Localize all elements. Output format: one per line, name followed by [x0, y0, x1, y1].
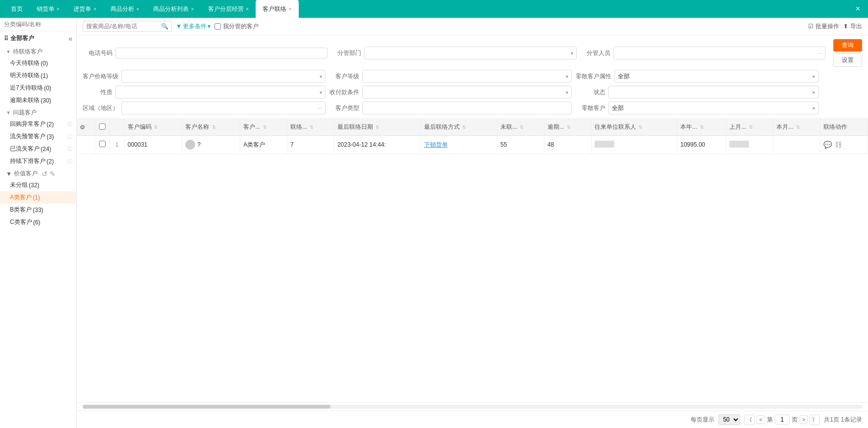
- sort-last-date-icon: ⇅: [376, 125, 380, 130]
- collapse-btn[interactable]: «: [68, 35, 72, 43]
- sort-this-month-icon: ⇅: [796, 125, 800, 130]
- col-unit-contact[interactable]: 往来单位联系人 ⇅: [591, 119, 677, 136]
- sidebar-item-overdue-pending[interactable]: 逾期未联络 (30): [0, 94, 76, 107]
- nav-purchase-order[interactable]: 进货单 ×: [66, 0, 103, 18]
- scroll-thumb[interactable]: [83, 405, 330, 409]
- dept-select[interactable]: ▾: [364, 47, 576, 59]
- row-checkbox[interactable]: [99, 141, 106, 147]
- col-name[interactable]: 客户名称 ⇅: [182, 119, 240, 136]
- col-type[interactable]: 客户... ⇅: [240, 119, 287, 136]
- my-customers-checkbox[interactable]: [215, 23, 221, 30]
- price-level-arrow-icon: ▾: [320, 74, 322, 79]
- cell-last-method: 下销货单: [421, 136, 497, 154]
- edit-icon[interactable]: ✎: [50, 170, 55, 178]
- filter-row-3: 性质 ▾ 收付款条件 ▾ 状态 ▾: [83, 86, 862, 99]
- close-customer-contact[interactable]: ×: [288, 6, 291, 12]
- col-overdue[interactable]: 逾期... ⇅: [544, 119, 591, 136]
- phone-input[interactable]: [115, 48, 327, 58]
- main-layout: 🔍 ⠿ 全部客户 « ▼ 待联络客户 今天待联络 (0) 明天待联络 (1) 近…: [0, 18, 868, 428]
- chat-icon[interactable]: 💬: [823, 141, 832, 149]
- nav-product-analysis[interactable]: 商品分析 ×: [104, 0, 146, 18]
- last-page-btn[interactable]: 》: [810, 415, 820, 425]
- sidebar-item-declining[interactable]: 持续下滑客户 (2) ⓘ: [0, 155, 76, 167]
- table-header-row: ⚙ 客户编码 ⇅ 客户名称 ⇅: [77, 119, 868, 136]
- sort-this-year-icon: ⇅: [700, 125, 704, 130]
- next-page-btn[interactable]: >: [800, 415, 808, 424]
- close-customer-tier[interactable]: ×: [246, 6, 249, 12]
- sidebar-problem-group: ▼ 问题客户: [0, 107, 76, 118]
- last-method-link[interactable]: 下销货单: [424, 141, 448, 148]
- sidebar-item-c-class[interactable]: C类客户 (6): [0, 216, 76, 228]
- pagination-nav: 《 < 第 页 > 》: [744, 415, 820, 425]
- refresh-icon[interactable]: ↺: [42, 170, 48, 178]
- total-label: 共1页 1条记录: [824, 416, 862, 424]
- sort-overdue-icon: ⇅: [567, 125, 571, 130]
- close-product-analysis[interactable]: ×: [136, 6, 139, 12]
- sidebar-item-7day-pending[interactable]: 近7天待联络 (0): [0, 82, 76, 94]
- more-conditions-btn[interactable]: ▼ 更多条件 ▾: [176, 22, 211, 31]
- retail-attr-label: 零散客户属性: [576, 72, 611, 81]
- table-settings-icon[interactable]: ⚙: [80, 124, 85, 131]
- sort-last-method-icon: ⇅: [462, 125, 466, 130]
- customer-type-select[interactable]: [362, 102, 572, 114]
- col-code[interactable]: 客户编码 ⇅: [124, 119, 182, 136]
- batch-ops-btn[interactable]: ☑ 批量操作: [808, 22, 839, 31]
- sort-type-icon: ⇅: [263, 125, 267, 130]
- sidebar-item-abnormal-repurchase[interactable]: 回购异常客户 (2) ⓘ: [0, 118, 76, 130]
- col-contact[interactable]: 联络... ⇅: [287, 119, 334, 136]
- select-all-checkbox[interactable]: [99, 123, 106, 130]
- nav-product-analysis-list[interactable]: 商品分析列表 ×: [146, 0, 201, 18]
- prev-page-btn[interactable]: <: [757, 415, 764, 424]
- table-row: 1 000031 ? A类客户 7 2023-04-12 14:44:: [77, 136, 868, 154]
- col-last-month[interactable]: 上月... ⇅: [726, 119, 773, 136]
- sidebar-item-b-class[interactable]: B类客户 (33): [0, 204, 76, 216]
- payment-select[interactable]: ▾: [362, 86, 572, 99]
- col-gear[interactable]: ⚙: [77, 119, 95, 136]
- col-last-method[interactable]: 最后联络方式 ⇅: [421, 119, 497, 136]
- search-input[interactable]: [86, 23, 159, 30]
- first-page-btn[interactable]: 《: [744, 415, 755, 425]
- close-sales-order[interactable]: ×: [56, 6, 59, 12]
- settings-button[interactable]: 设置: [833, 54, 862, 67]
- link-icon[interactable]: ⛓: [835, 141, 842, 149]
- sidebar-item-churned[interactable]: 已流失客户 (24) ⓘ: [0, 143, 76, 155]
- nav-customer-contact[interactable]: 客户联络 ×: [256, 0, 298, 18]
- sidebar-item-churn-warning[interactable]: 流失预警客户 (3) ⓘ: [0, 130, 76, 143]
- page-size-select[interactable]: 50: [718, 414, 740, 425]
- col-this-month[interactable]: 本月... ⇅: [773, 119, 820, 136]
- col-last-date[interactable]: 最后联络日期 ⇅: [334, 119, 421, 136]
- retail-attr-select[interactable]: 全部 ▾: [614, 70, 818, 83]
- sidebar-item-tomorrow-pending[interactable]: 明天待联络 (1): [0, 69, 76, 82]
- info-icon-1: ⓘ: [67, 121, 72, 128]
- sidebar-all-customers[interactable]: ⠿ 全部客户 «: [0, 31, 76, 46]
- nav-sales-order[interactable]: 销货单 ×: [30, 0, 66, 18]
- nature-select[interactable]: ▾: [115, 86, 326, 99]
- sidebar-item-today-pending[interactable]: 今天待联络 (0): [0, 57, 76, 69]
- sort-last-month-icon: ⇅: [749, 125, 753, 130]
- export-btn[interactable]: ⬆ 导出: [843, 22, 862, 31]
- cell-name: ?: [182, 136, 240, 154]
- sidebar-item-ungraded[interactable]: 未分组 (32): [0, 179, 76, 191]
- sidebar-search-input[interactable]: [4, 21, 77, 28]
- page-number-input[interactable]: [775, 415, 790, 425]
- col-uncontacted[interactable]: 未联... ⇅: [497, 119, 544, 136]
- person-select[interactable]: ···: [613, 47, 825, 59]
- retail-customer-select[interactable]: 全部 ▾: [608, 102, 818, 114]
- search-icon[interactable]: 🔍: [161, 23, 168, 30]
- status-select[interactable]: ▾: [608, 86, 818, 99]
- cell-this-year: 10995.00: [677, 136, 726, 154]
- filter-retail-attr: 零散客户属性 全部 ▾: [576, 70, 818, 83]
- sidebar-item-a-class[interactable]: A类客户 (1): [0, 191, 76, 204]
- price-level-select[interactable]: ▾: [121, 70, 326, 83]
- region-select[interactable]: ···: [121, 102, 326, 114]
- col-this-year[interactable]: 本年... ⇅: [677, 119, 726, 136]
- customer-level-select[interactable]: ▾: [362, 70, 572, 83]
- close-product-analysis-list[interactable]: ×: [191, 6, 194, 12]
- nav-home[interactable]: 首页: [4, 0, 30, 18]
- query-button[interactable]: 查询: [833, 39, 862, 52]
- close-all-tabs[interactable]: ×: [852, 4, 864, 13]
- nav-customer-tier[interactable]: 客户分层经营 ×: [201, 0, 256, 18]
- horizontal-scrollbar[interactable]: [83, 405, 862, 409]
- my-customers-toggle[interactable]: 我分管的客户: [215, 22, 259, 31]
- close-purchase-order[interactable]: ×: [93, 6, 96, 12]
